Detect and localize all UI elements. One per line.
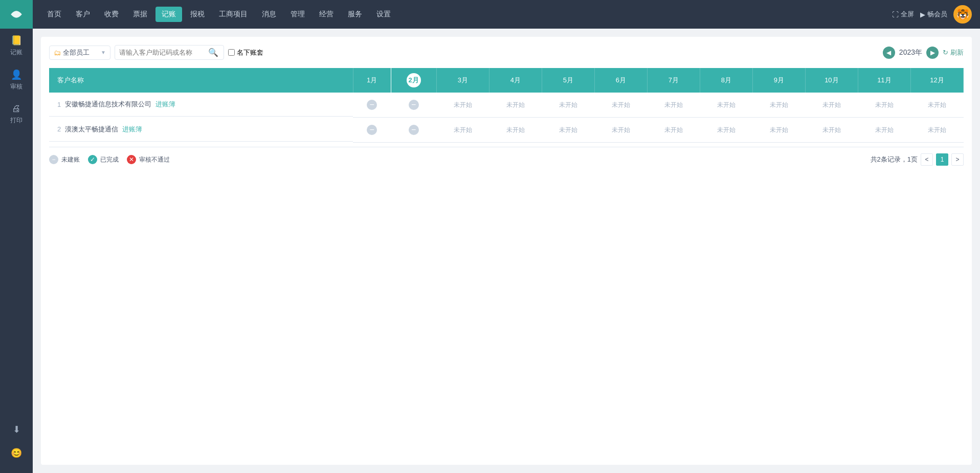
nav-tax[interactable]: 报税 — [184, 7, 211, 22]
client-cell: 1安徽畅捷通信息技术有限公司进账簿 — [49, 93, 353, 117]
not-started-label: 未开始 — [700, 118, 752, 143]
page-1-button[interactable]: 1 — [936, 153, 948, 166]
main-card: 🗂 全部员工 ▼ 🔍 名下账套 ◀ 2023年 ▶ — [41, 37, 972, 465]
th-m9: 9月 — [752, 68, 805, 93]
legend-not-built: − 未建账 — [49, 155, 80, 164]
th-m7: 7月 — [647, 68, 700, 93]
month-cell: − — [391, 93, 436, 118]
main-area: 首页 客户 收费 票据 记账 报税 工商项目 消息 管理 经营 服务 设置 ⛶ … — [33, 0, 980, 473]
legend-not-built-icon: − — [49, 155, 58, 164]
member-button[interactable]: ▶ 畅会员 — [920, 10, 947, 19]
prev-page-button[interactable]: < — [921, 153, 933, 166]
th-m5: 5月 — [542, 68, 594, 93]
sidebar-item-audit[interactable]: 👤 审核 — [0, 63, 33, 97]
row-number: 2 — [57, 125, 61, 133]
not-started-label: 未开始 — [752, 118, 805, 143]
total-records: 共2条记录，1页 — [871, 155, 918, 164]
prev-year-button[interactable]: ◀ — [883, 47, 895, 59]
sidebar-item-label: 记账 — [10, 48, 23, 57]
dash-icon: − — [367, 100, 377, 110]
employee-label: 全部员工 — [63, 48, 99, 57]
nav-client[interactable]: 客户 — [70, 7, 96, 22]
nav-home[interactable]: 首页 — [41, 7, 68, 22]
not-started-label: 未开始 — [489, 93, 542, 118]
nav-invoice[interactable]: 票据 — [127, 7, 153, 22]
nav-billing[interactable]: 收费 — [98, 7, 125, 22]
next-page-button[interactable]: > — [951, 153, 964, 166]
nav-operation[interactable]: 经营 — [313, 7, 340, 22]
next-year-button[interactable]: ▶ — [926, 47, 939, 59]
not-started-label: 未开始 — [752, 93, 805, 118]
table-row: 1安徽畅捷通信息技术有限公司进账簿−−未开始未开始未开始未开始未开始未开始未开始… — [49, 93, 964, 118]
ledger-icon: 📒 — [11, 35, 22, 46]
year-nav: ◀ 2023年 ▶ — [883, 47, 939, 59]
th-m10: 10月 — [805, 68, 858, 93]
download-icon: ⬇ — [13, 424, 20, 435]
client-name: 安徽畅捷通信息技术有限公司 — [65, 100, 151, 109]
client-cell: 2漠澳太平畅捷通信进账簿 — [49, 118, 353, 142]
avatar[interactable]: 🐯 — [953, 5, 972, 24]
th-m6: 6月 — [594, 68, 647, 93]
th-m8: 8月 — [700, 68, 752, 93]
th-m2: 2月 — [391, 68, 436, 93]
refresh-icon: ↻ — [943, 49, 948, 56]
legend-rejected: ✕ 审核不通过 — [127, 155, 170, 164]
employee-icon: 🗂 — [54, 49, 61, 57]
support-icon: 😊 — [11, 447, 22, 459]
sidebar-item-support[interactable]: 😊 — [0, 441, 33, 465]
nav-ledger[interactable]: 记账 — [155, 7, 182, 22]
client-name: 漠澳太平畅捷通信 — [65, 125, 118, 134]
print-icon: 🖨 — [12, 103, 21, 114]
content-area: 🗂 全部员工 ▼ 🔍 名下账套 ◀ 2023年 ▶ — [33, 29, 980, 473]
checkbox-label[interactable]: 名下账套 — [228, 48, 263, 57]
legend-rejected-icon: ✕ — [127, 155, 136, 164]
enter-ledger-button[interactable]: 进账簿 — [155, 100, 175, 109]
not-started-label: 未开始 — [700, 93, 752, 118]
sidebar-item-print[interactable]: 🖨 打印 — [0, 97, 33, 131]
sidebar: 📒 记账 👤 审核 🖨 打印 ⬇ 😊 — [0, 0, 33, 473]
fullscreen-icon: ⛶ — [892, 11, 899, 18]
search-button[interactable]: 🔍 — [207, 48, 219, 57]
sidebar-item-label: 打印 — [10, 116, 23, 125]
th-m4: 4月 — [489, 68, 542, 93]
nav-manage[interactable]: 管理 — [284, 7, 311, 22]
th-m1: 1月 — [353, 68, 391, 93]
not-started-label: 未开始 — [910, 118, 963, 143]
legend-completed: ✓ 已完成 — [88, 155, 119, 164]
search-input[interactable] — [119, 49, 205, 56]
nav-message[interactable]: 消息 — [256, 7, 282, 22]
not-started-label: 未开始 — [542, 93, 594, 118]
sidebar-logo — [0, 0, 33, 29]
row-number: 1 — [57, 101, 61, 108]
topnav: 首页 客户 收费 票据 记账 报税 工商项目 消息 管理 经营 服务 设置 ⛶ … — [33, 0, 980, 29]
not-started-label: 未开始 — [647, 118, 700, 143]
enter-ledger-button[interactable]: 进账簿 — [122, 125, 142, 134]
table-wrapper: 客户名称 1月 2月 3月 4月 5月 6月 7月 8月 9月 10月 11月 — [49, 68, 964, 143]
employee-select[interactable]: 🗂 全部员工 ▼ — [49, 46, 110, 60]
refresh-button[interactable]: ↻ 刷新 — [943, 48, 964, 57]
dash-icon: − — [409, 125, 419, 135]
th-m11: 11月 — [858, 68, 910, 93]
pagination: 共2条记录，1页 < 1 > — [871, 153, 964, 166]
nav-service[interactable]: 服务 — [342, 7, 368, 22]
nav-settings[interactable]: 设置 — [370, 7, 397, 22]
th-client: 客户名称 — [49, 68, 353, 93]
table-footer: − 未建账 ✓ 已完成 ✕ 审核不通过 共2条记录，1页 < 1 > — [49, 147, 964, 166]
fullscreen-button[interactable]: ⛶ 全屏 — [892, 10, 914, 19]
not-started-label: 未开始 — [858, 118, 910, 143]
nav-business[interactable]: 工商项目 — [213, 7, 254, 22]
not-started-label: 未开始 — [858, 93, 910, 118]
checkbox-input[interactable] — [228, 49, 235, 56]
search-box: 🔍 — [115, 45, 224, 60]
sidebar-item-ledger[interactable]: 📒 记账 — [0, 29, 33, 63]
sidebar-item-label: 审核 — [10, 82, 23, 91]
not-started-label: 未开始 — [647, 93, 700, 118]
not-started-label: 未开始 — [542, 118, 594, 143]
not-started-label: 未开始 — [805, 118, 858, 143]
sidebar-item-download[interactable]: ⬇ — [0, 418, 33, 441]
month-cell: − — [353, 118, 391, 143]
not-started-label: 未开始 — [594, 93, 647, 118]
sidebar-bottom: ⬇ 😊 — [0, 418, 33, 473]
month-cell: − — [353, 93, 391, 118]
month-cell: − — [391, 118, 436, 143]
